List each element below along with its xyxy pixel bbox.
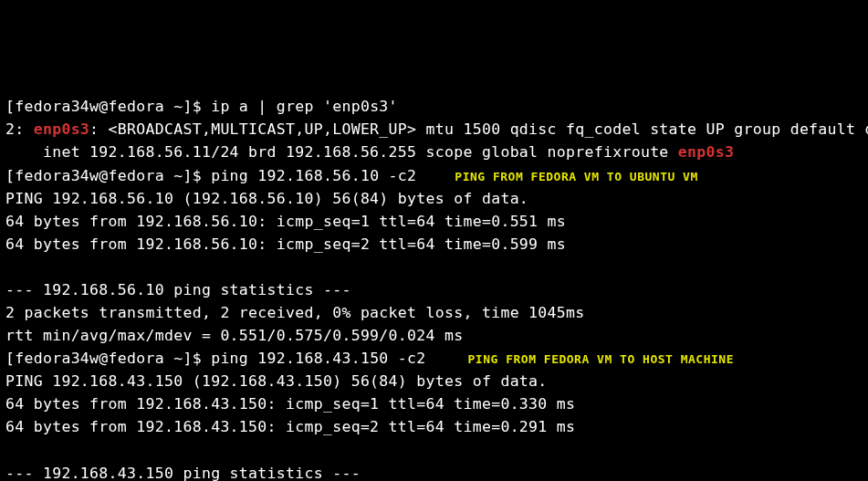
interface-highlight: enp0s3 — [34, 120, 89, 138]
output-text: 64 bytes from 192.168.43.150: icmp_seq=2… — [5, 418, 575, 435]
command-text: ping 192.168.43.150 -c2 — [211, 350, 425, 367]
output-text: PING 192.168.43.150 (192.168.43.150) 56(… — [5, 372, 548, 390]
output-text: 64 bytes from 192.168.43.150: icmp_seq=1… — [5, 395, 575, 413]
prompt: [fedora34w@fedora ~]$ — [5, 167, 211, 184]
output-text: 2 packets transmitted, 2 received, 0% pa… — [5, 304, 585, 321]
prompt: [fedora34w@fedora ~]$ — [5, 98, 211, 115]
interface-highlight: enp0s3 — [678, 143, 734, 161]
annotation-ping-host: PING FROM FEDORA VM TO HOST MACHINE — [468, 352, 734, 366]
command-text: ping 192.168.56.10 -c2 — [211, 167, 416, 184]
output-text: 2: — [5, 120, 34, 138]
output-text: --- 192.168.43.150 ping statistics --- — [5, 465, 361, 481]
command-text: ip a | grep 'enp0s3' — [211, 98, 398, 115]
output-text: 64 bytes from 192.168.56.10: icmp_seq=1 … — [5, 213, 566, 230]
output-text: : <BROADCAST,MULTICAST,UP,LOWER_UP> mtu … — [89, 120, 868, 138]
output-text: --- 192.168.56.10 ping statistics --- — [5, 281, 351, 298]
annotation-ping-ubuntu: PING FROM FEDORA VM TO UBUNTU VM — [455, 170, 697, 183]
output-text: inet 192.168.56.11/24 brd 192.168.56.255… — [5, 143, 678, 161]
output-text: rtt min/avg/max/mdev = 0.551/0.575/0.599… — [5, 327, 463, 344]
output-text: 64 bytes from 192.168.56.10: icmp_seq=2 … — [5, 235, 566, 253]
prompt: [fedora34w@fedora ~]$ — [5, 350, 211, 367]
terminal[interactable]: [fedora34w@fedora ~]$ ip a | grep 'enp0s… — [5, 95, 863, 481]
output-text: PING 192.168.56.10 (192.168.56.10) 56(84… — [5, 190, 528, 207]
